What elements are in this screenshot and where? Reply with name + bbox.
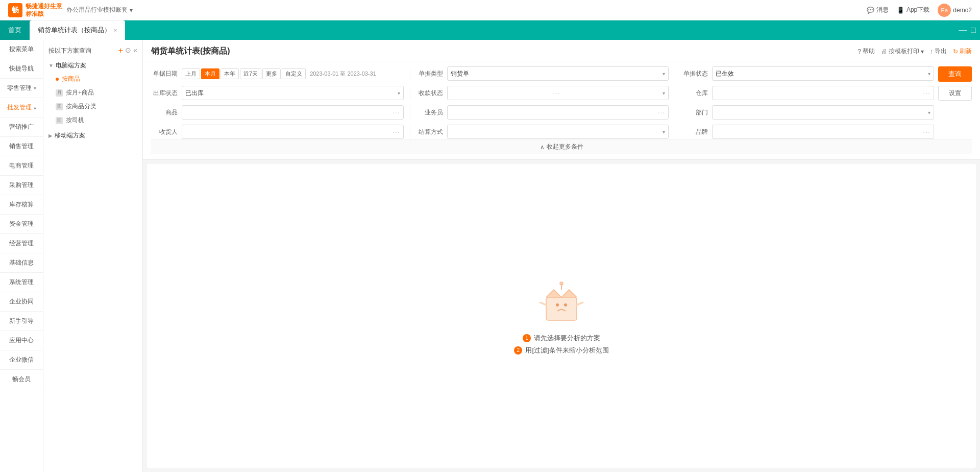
sidebar-item-purchase-mgmt[interactable]: 采购管理 (0, 176, 43, 195)
export-icon: ↑ (930, 48, 933, 55)
sidebar: 搜索菜单 快捷导航 零售管理 ▾ 批发管理 ▴ 营销推广 销售管理 电商管理 采… (0, 40, 43, 472)
staff-select[interactable]: ··· (447, 105, 669, 120)
sidebar-item-inventory-check[interactable]: 库存核算 (0, 195, 43, 215)
payment-status-select[interactable]: ··· ▾ (447, 86, 669, 100)
filter-group-payment-status: 收款状态 ··· ▾ (416, 86, 676, 100)
active-dot-icon (56, 78, 59, 81)
filter-section: 单据日期 上月 本月 本年 近7天 更多 自定义 (143, 61, 980, 160)
scheme-item-by-printer[interactable]: 回 按司机 (43, 113, 142, 127)
top-bar-left: 畅 畅捷通好生意 标准版 办公用品行业模拟账套 ▾ (8, 3, 133, 17)
status-select[interactable]: 已生效 ▾ (712, 66, 934, 81)
empty-state: 1 请先选择要分析的方案 2 用[过滤]条件来缩小分析范围 (147, 164, 976, 468)
date-btn-last-month[interactable]: 上月 (182, 68, 200, 79)
refresh-button[interactable]: ↻ 刷新 (953, 47, 972, 56)
print-dropdown-icon: ▾ (921, 48, 924, 55)
recipient-select[interactable]: ··· (182, 125, 404, 139)
status-control: 已生效 ▾ (712, 66, 934, 81)
sidebar-item-marketing[interactable]: 营销推广 (0, 117, 43, 137)
sidebar-item-ops-mgmt[interactable]: 经营管理 (0, 234, 43, 253)
logo-icon: 畅 (8, 3, 22, 17)
edit-scheme-icon[interactable]: ⊙ (125, 46, 131, 55)
workspace-selector[interactable]: 办公用品行业模拟账套 ▾ (66, 6, 133, 14)
left-panel: 按以下方案查询 + ⊙ « ▼ 电脑端方案 按商品 月 (43, 40, 143, 472)
svg-point-4 (560, 282, 563, 285)
dept-select-arrow: ▾ (928, 110, 930, 115)
user-menu-button[interactable]: Ea demo2 (938, 4, 972, 17)
sidebar-item-retail-mgmt[interactable]: 零售管理 ▾ (0, 79, 43, 98)
recipient-control: ··· (182, 125, 404, 139)
export-button[interactable]: ↑ 导出 (930, 47, 947, 56)
brand-select[interactable]: ··· (712, 125, 934, 139)
date-btn-custom[interactable]: 自定义 (282, 68, 306, 79)
dept-control: ▾ (712, 105, 934, 120)
tab-close-icon[interactable]: × (114, 27, 117, 33)
filter-group-product: 商品 ··· (151, 105, 410, 120)
tab-maximize-icon[interactable]: □ (971, 26, 976, 35)
sidebar-item-ecommerce-mgmt[interactable]: 电商管理 (0, 156, 43, 176)
payment-status-dots: ··· (553, 89, 560, 97)
date-btn-last-7-days[interactable]: 近7天 (240, 68, 261, 79)
svg-line-6 (577, 302, 583, 305)
warehouse-status-select[interactable]: 已出库 ▾ (182, 86, 404, 100)
filter-body: 单据日期 上月 本月 本年 近7天 更多 自定义 (151, 66, 972, 139)
sidebar-item-corp-collab[interactable]: 企业协同 (0, 292, 43, 312)
sidebar-item-new-guide[interactable]: 新手引导 (0, 312, 43, 331)
product-select[interactable]: ··· (182, 105, 404, 120)
pc-section-header[interactable]: ▼ 电脑端方案 (43, 59, 142, 72)
filter-group-payment-method: 结算方式 ▾ (416, 125, 676, 139)
sidebar-item-sys-mgmt[interactable]: 系统管理 (0, 273, 43, 292)
payment-method-select[interactable]: ▾ (447, 125, 669, 139)
message-button[interactable]: 💬 消息 (867, 6, 889, 14)
status-label: 单据状态 (681, 69, 708, 78)
settings-button[interactable]: 设置 (938, 86, 972, 101)
sidebar-item-corp-wechat[interactable]: 企业微信 (0, 350, 43, 370)
help-button[interactable]: ? 帮助 (857, 47, 875, 56)
empty-state-line1: 1 请先选择要分析的方案 (523, 334, 600, 343)
sidebar-item-sales-mgmt[interactable]: 销售管理 (0, 137, 43, 156)
mobile-section-header[interactable]: ▶ 移动端方案 (43, 129, 142, 142)
logo: 畅 畅捷通好生意 标准版 (8, 3, 62, 17)
collapse-panel-icon[interactable]: « (133, 46, 137, 55)
collapse-bar[interactable]: ∧ 收起更多条件 (151, 139, 972, 154)
brand-dots: ··· (923, 128, 930, 136)
type-select[interactable]: 销货单 ▾ (447, 66, 669, 81)
query-button[interactable]: 查询 (938, 66, 972, 82)
payment-method-control: ▾ (447, 125, 669, 139)
date-btn-this-month[interactable]: 本月 (201, 68, 219, 79)
brand-label: 品牌 (681, 128, 708, 136)
filter-row-2: 出库状态 已出库 ▾ 收款状态 (151, 86, 934, 100)
date-btn-this-year[interactable]: 本年 (220, 68, 239, 79)
sidebar-item-app-center[interactable]: 应用中心 (0, 331, 43, 350)
chevron-down-icon: ▾ (130, 7, 133, 14)
sidebar-item-basic-info[interactable]: 基础信息 (0, 253, 43, 273)
date-label: 单据日期 (151, 69, 178, 78)
warehouse-status-value: 已出库 (185, 89, 204, 98)
scheme-item-by-category[interactable]: 回 按商品分类 (43, 100, 142, 113)
warehouse-status-control: 已出库 ▾ (182, 86, 404, 100)
staff-dots: ··· (658, 108, 666, 116)
page-header: 销货单统计表(按商品) ? 帮助 🖨 按模板打印 ▾ ↑ 导出 (143, 40, 980, 61)
app-download-button[interactable]: 📱 App下载 (897, 6, 929, 14)
tab-sales-stats[interactable]: 销货单统计表（按商品） × (30, 20, 125, 40)
dept-select[interactable]: ▾ (712, 105, 934, 120)
filter-row-1: 单据日期 上月 本月 本年 近7天 更多 自定义 (151, 66, 934, 81)
add-scheme-icon[interactable]: + (118, 46, 123, 55)
sidebar-item-wholesale-mgmt[interactable]: 批发管理 ▴ (0, 98, 43, 117)
scheme-item-by-product[interactable]: 按商品 (43, 72, 142, 86)
sidebar-item-quick-nav[interactable]: 快捷导航 (0, 59, 43, 79)
print-button[interactable]: 🖨 按模板打印 ▾ (881, 47, 924, 56)
sidebar-item-finance-mgmt[interactable]: 资金管理 (0, 215, 43, 234)
svg-rect-0 (546, 297, 577, 320)
app-icon: 📱 (897, 7, 904, 14)
date-buttons: 上月 本月 本年 近7天 更多 自定义 (182, 68, 306, 79)
scheme-item-by-month-product[interactable]: 月 按月+商品 (43, 86, 142, 100)
sidebar-item-vip-member[interactable]: 畅会员 (0, 370, 43, 389)
date-range-display: 2023-03-01 至 2023-03-31 (310, 70, 376, 78)
sidebar-item-search-menu[interactable]: 搜索菜单 (0, 40, 43, 59)
warehouse-select[interactable]: ··· (712, 86, 934, 100)
brand-control: ··· (712, 125, 934, 139)
tab-home[interactable]: 首页 (0, 20, 30, 40)
top-bar-right: 💬 消息 📱 App下载 Ea demo2 (867, 4, 972, 17)
date-btn-more[interactable]: 更多 (262, 68, 281, 79)
tab-minimize-icon[interactable]: — (959, 26, 967, 35)
